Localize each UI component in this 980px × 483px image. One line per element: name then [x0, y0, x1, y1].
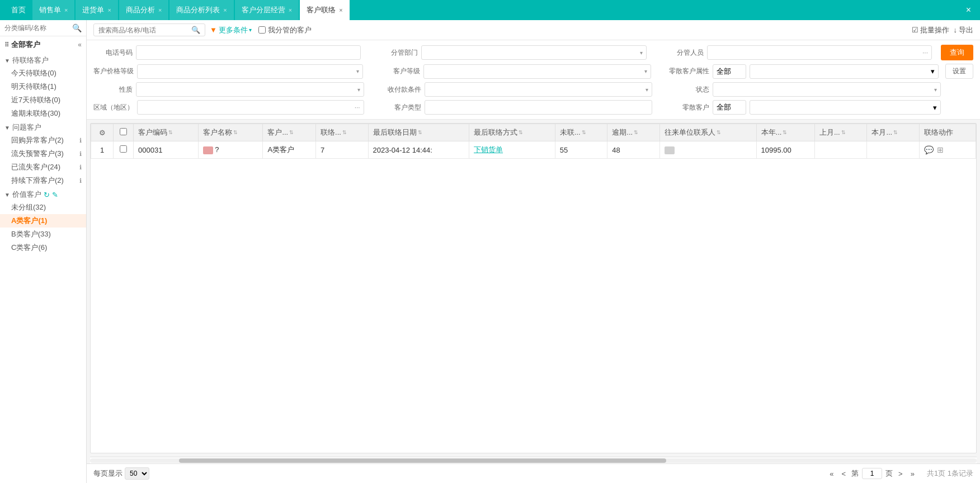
sidebar-item-churned[interactable]: 已流失客户(24) ℹ [0, 160, 86, 174]
sort-icon-contact[interactable]: ⇅ [342, 130, 347, 135]
nature-select[interactable]: ▾ [136, 82, 364, 97]
nav-tab-sales-close[interactable]: × [64, 7, 68, 13]
sidebar-item-overdue[interactable]: 逾期未联络(30) [0, 107, 86, 120]
th-customer-type: 客户... ⇅ [263, 124, 316, 141]
settings-btn[interactable]: 设置 [945, 64, 973, 79]
sidebar-item-7days[interactable]: 近7天待联络(0) [0, 93, 86, 107]
last-page-btn[interactable]: » [908, 470, 917, 478]
retail-customer-select[interactable]: 全部 [713, 100, 746, 115]
sort-icon-this-month[interactable]: ⇅ [893, 130, 898, 135]
th-check[interactable] [114, 124, 134, 141]
my-customers-checkbox[interactable] [258, 26, 266, 34]
gear-icon[interactable]: ⚙ [99, 129, 106, 137]
nav-tab-customer-contact-close[interactable]: × [339, 7, 342, 13]
price-level-select[interactable]: ▾ [137, 64, 363, 79]
filter-row-1: 电话号码 分管部门 ▾ 分管人员 ··· [93, 45, 973, 60]
sort-icon-year[interactable]: ⇅ [783, 130, 787, 135]
sidebar-item-a-class[interactable]: A类客户(1) [0, 214, 86, 228]
filter-more-btn[interactable]: ▼ 更多条件 ▾ [210, 25, 252, 35]
th-gear[interactable]: ⚙ [91, 124, 114, 141]
td-this-year: 10995.00 [756, 141, 814, 159]
sidebar-item-unclassified[interactable]: 未分组(32) [0, 201, 86, 214]
nav-tab-customer-tier-close[interactable]: × [289, 7, 292, 13]
next-page-btn[interactable]: > [896, 470, 905, 478]
sidebar-group-problem[interactable]: ▼ 问题客户 [0, 120, 86, 134]
phone-input[interactable] [136, 45, 361, 60]
export-btn[interactable]: ↓ 导出 [954, 25, 974, 35]
sidebar-all-customers[interactable]: ⠿ 全部客户 « [0, 36, 86, 53]
customer-level-select[interactable]: ▾ [423, 64, 651, 79]
payment-select[interactable]: ▾ [425, 82, 653, 97]
nav-tab-purchase-close[interactable]: × [107, 7, 111, 13]
sidebar-group-pending[interactable]: ▼ 待联络客户 [0, 53, 86, 67]
select-all-checkbox[interactable] [120, 128, 127, 135]
sort-icon-name[interactable]: ⇅ [233, 130, 238, 135]
td-last-contact-method[interactable]: 下销货单 [469, 141, 555, 159]
page-input[interactable] [862, 468, 882, 479]
retail-customer-label: 零散客户 [670, 103, 709, 112]
sidebar-collapse-btn[interactable]: « [78, 41, 82, 49]
scroll-thumb[interactable] [179, 458, 667, 463]
retail-customer-value: 全部 [717, 102, 731, 112]
status-select[interactable]: ▾ [713, 82, 941, 97]
refresh-icon[interactable]: ↻ [44, 191, 50, 199]
filter-search-icon[interactable]: 🔍 [191, 26, 200, 34]
sidebar-item-churn-warning[interactable]: 流失预警客户(3) ℹ [0, 147, 86, 160]
my-customers-checkbox-label[interactable]: 我分管的客户 [258, 25, 312, 35]
sidebar-item-c-class[interactable]: C类客户(6) [0, 241, 86, 254]
retail-attr-extra[interactable]: ▾ [750, 64, 939, 79]
row-checkbox[interactable] [120, 145, 127, 153]
sort-icon-type[interactable]: ⇅ [289, 130, 294, 135]
sort-icon-method[interactable]: ⇅ [519, 130, 523, 135]
sort-icon-last-month[interactable]: ⇅ [841, 130, 846, 135]
nav-home[interactable]: 首页 [4, 0, 32, 20]
td-check[interactable] [114, 141, 134, 159]
sidebar-item-churned-label: 已流失客户(24) [11, 162, 60, 172]
region-input[interactable]: ··· [137, 100, 364, 115]
page-suffix: 页 [885, 468, 893, 479]
sidebar-group-value[interactable]: ▼ 价值客户 ↻ ✎ [0, 187, 86, 201]
nav-tab-sales[interactable]: 销售单 × [32, 0, 74, 20]
filter-row-4: 区域（地区） ··· 客户类型 零散客户 全部 [93, 100, 973, 115]
batch-ops-btn[interactable]: ☑ 批量操作 [912, 25, 949, 35]
sidebar-item-declining[interactable]: 持续下滑客户(2) ℹ [0, 174, 86, 187]
nav-tab-product-list[interactable]: 商品分析列表 × [169, 0, 233, 20]
last-contact-method-link[interactable]: 下销货单 [474, 145, 503, 154]
sort-icon-not-contact[interactable]: ⇅ [582, 130, 586, 135]
qr-icon[interactable]: ⊞ [937, 145, 944, 154]
retail-customer-extra[interactable]: ▾ [750, 100, 941, 115]
sort-icon-date[interactable]: ⇅ [418, 130, 422, 135]
sort-icon-code[interactable]: ⇅ [168, 130, 173, 135]
customer-type-input[interactable] [425, 100, 653, 115]
chat-icon[interactable]: 💬 [924, 145, 934, 154]
sidebar-search-input[interactable] [4, 24, 72, 32]
nav-tab-customer-contact[interactable]: 客户联络 × [300, 0, 349, 20]
sidebar-item-tomorrow[interactable]: 明天待联络(1) [0, 80, 86, 93]
sort-icon-related[interactable]: ⇅ [717, 130, 721, 135]
nav-tab-product-list-close[interactable]: × [223, 7, 227, 13]
first-page-btn[interactable]: « [827, 470, 836, 478]
person-input[interactable]: ··· [707, 45, 932, 60]
nav-tab-product-analysis[interactable]: 商品分析 × [119, 0, 168, 20]
prev-page-btn[interactable]: < [840, 470, 849, 478]
sidebar-item-repurchase-abnormal[interactable]: 回购异常客户(2) ℹ [0, 134, 86, 147]
price-level-label: 客户价格等级 [93, 67, 134, 76]
page-size-select[interactable]: 50 [125, 467, 149, 480]
nav-tab-purchase-label: 进货单 [82, 5, 104, 15]
batch-icon: ☑ [912, 26, 918, 34]
dept-select[interactable]: ▾ [421, 45, 646, 60]
sidebar-search-icon[interactable]: 🔍 [72, 23, 82, 32]
nav-close-icon[interactable]: × [962, 5, 976, 15]
sort-icon-overdue[interactable]: ⇅ [634, 130, 638, 135]
edit-icon[interactable]: ✎ [52, 191, 58, 199]
sidebar-item-today[interactable]: 今天待联络(0) [0, 67, 86, 80]
retail-attr-select[interactable]: 全部 [713, 64, 746, 79]
nav-tab-product-analysis-close[interactable]: × [158, 7, 162, 13]
nav-tab-purchase[interactable]: 进货单 × [76, 0, 117, 20]
filter-search-input[interactable] [98, 26, 191, 34]
scroll-track[interactable] [90, 458, 977, 463]
horizontal-scrollbar[interactable] [90, 457, 977, 463]
query-btn[interactable]: 查询 [941, 45, 973, 60]
nav-tab-customer-tier[interactable]: 客户分层经营 × [235, 0, 299, 20]
sidebar-item-b-class[interactable]: B类客户(33) [0, 228, 86, 241]
